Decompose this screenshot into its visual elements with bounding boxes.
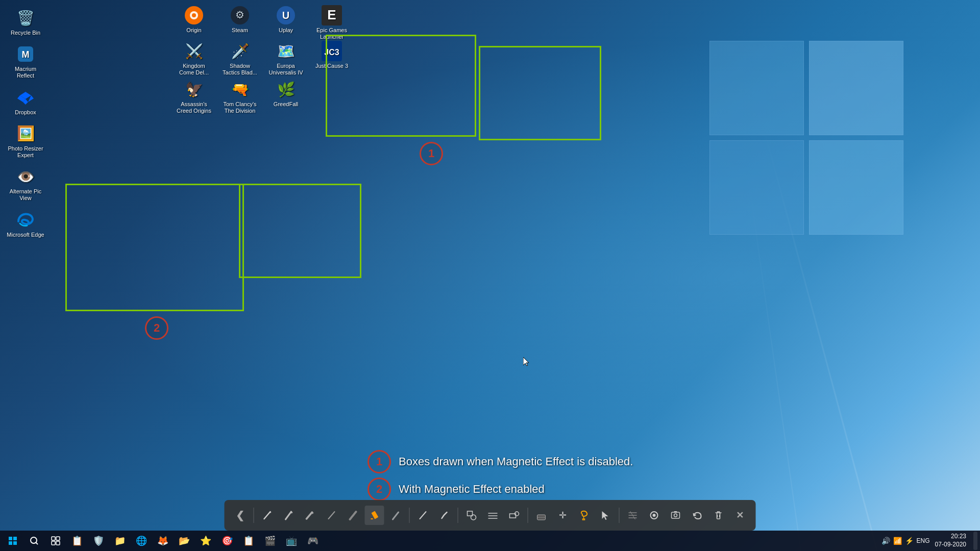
greedfall-icon: 🌿	[276, 79, 296, 99]
icon-kingdom[interactable]: ⚔️ Kingdom Come Del...	[174, 38, 214, 79]
svg-rect-59	[56, 537, 60, 540]
taskbar-firefox[interactable]: 🦊	[153, 532, 173, 550]
tool-pen4[interactable]	[322, 506, 341, 525]
annotation-circle-2: 2	[145, 316, 168, 340]
svg-line-24	[329, 512, 335, 519]
taskbar-movie[interactable]: 🎬	[260, 532, 280, 550]
tool-pen3[interactable]	[301, 506, 320, 525]
icon-uplay[interactable]: U Uplay	[265, 3, 306, 43]
svg-line-29	[420, 512, 426, 519]
taskbar-tv[interactable]: 📺	[281, 532, 302, 550]
legend-2-number: 2	[376, 483, 382, 496]
icon-steam[interactable]: ⚙ Steam	[219, 3, 260, 43]
svg-marker-40	[602, 511, 608, 520]
tool-select[interactable]	[596, 506, 616, 525]
icon-just-cause[interactable]: JC3 Just Cause 3	[311, 38, 352, 79]
taskbar-star[interactable]: ⭐	[195, 532, 216, 550]
legend-item-2: 2 With Magnetic Effect enabled	[368, 478, 699, 501]
tool-screenshot[interactable]	[666, 506, 685, 525]
svg-rect-26	[371, 511, 378, 519]
icon-assassins[interactable]: 🦅 Assassin's Creed Origins	[174, 77, 214, 117]
svg-rect-61	[56, 541, 60, 545]
icon-alternate-pic[interactable]: 👁️ Alternate Pic View	[5, 164, 46, 204]
show-desktop[interactable]	[973, 532, 977, 550]
macrium-icon: M	[15, 44, 36, 64]
taskbar-game[interactable]: 🎮	[303, 532, 323, 550]
taskbar: 📋 🛡️ 📁 🌐 🦊 📂 ⭐ 🎯 📋 🎬 📺 🎮 🔊 📶 ⚡ ENG 20:23…	[0, 531, 980, 551]
origin-icon	[184, 5, 204, 26]
tool-lasso[interactable]	[575, 506, 594, 525]
tool-close[interactable]: ✕	[730, 506, 750, 525]
recycle-bin-icon: 🗑️	[15, 8, 36, 28]
tool-pen2[interactable]	[279, 506, 299, 525]
svg-text:M: M	[22, 49, 30, 60]
tray-lang[interactable]: ENG	[917, 537, 930, 544]
svg-rect-58	[52, 537, 55, 540]
tool-pen7[interactable]	[435, 506, 454, 525]
tool-move[interactable]: ✛	[553, 506, 573, 525]
tray-icon-2[interactable]: 📶	[893, 537, 902, 545]
tool-hatch[interactable]	[623, 506, 643, 525]
tool-undo[interactable]	[688, 506, 707, 525]
clock-time: 20:23	[951, 533, 966, 541]
tool-eraser[interactable]	[532, 506, 551, 525]
icon-recycle-bin[interactable]: 🗑️ Recycle Bin	[5, 5, 46, 39]
tool-highlighter[interactable]	[365, 506, 384, 525]
top-launcher-icons: Origin ⚙ Steam U Uplay	[174, 3, 352, 43]
tray-icon-3[interactable]: ⚡	[905, 537, 914, 545]
edge-label: Microsoft Edge	[7, 232, 44, 238]
icon-edge[interactable]: Microsoft Edge	[5, 207, 46, 241]
tray-icon-1[interactable]: 🔊	[881, 537, 890, 545]
dropbox-label: Dropbox	[15, 109, 36, 116]
icon-tom-clancy[interactable]: 🔫 Tom Clancy's The Division	[219, 77, 260, 117]
mid-launcher-icons: ⚔️ Kingdom Come Del... 🗡️ Shadow Tactics…	[174, 38, 352, 79]
taskbar-search[interactable]	[24, 532, 44, 550]
tool-prev[interactable]: ❮	[231, 506, 250, 525]
svg-rect-52	[9, 537, 12, 540]
icon-macrium[interactable]: M Macrium Reflect	[5, 41, 46, 82]
tool-line-tools[interactable]	[483, 506, 503, 525]
uplay-label: Uplay	[279, 27, 293, 34]
svg-rect-60	[52, 541, 55, 545]
annotation-box-1b	[479, 46, 601, 140]
svg-line-28	[393, 512, 399, 519]
epic-icon: E	[322, 5, 342, 26]
greedfall-label: GreedFall	[274, 101, 298, 108]
icon-photo-resizer[interactable]: 🖼️ Photo Resizer Expert	[5, 121, 46, 161]
icon-epic[interactable]: E Epic Games Launcher	[311, 3, 352, 43]
svg-rect-49	[674, 511, 677, 513]
tool-shapes[interactable]	[462, 506, 481, 525]
tool-delete[interactable]	[709, 506, 728, 525]
icon-europa[interactable]: 🗺️ Europa Universalis IV	[265, 38, 306, 79]
icon-dropbox[interactable]: Dropbox	[5, 85, 46, 118]
taskbar-explorer[interactable]: 📁	[110, 532, 130, 550]
taskbar-browser[interactable]: 🌐	[131, 532, 152, 550]
svg-line-25	[350, 512, 356, 519]
alternate-pic-label: Alternate Pic View	[7, 188, 44, 202]
taskbar-task-view[interactable]	[45, 532, 66, 550]
taskbar-target[interactable]: 🎯	[217, 532, 237, 550]
icon-shadow[interactable]: 🗡️ Shadow Tactics Blad...	[219, 38, 260, 79]
tool-pen5[interactable]	[344, 506, 363, 525]
clock-date: 07-09-2020	[935, 541, 966, 549]
taskbar-notes[interactable]: 📋	[67, 532, 87, 550]
taskbar-clipboard[interactable]: 📋	[238, 532, 259, 550]
tool-extra-shapes[interactable]	[505, 506, 524, 525]
icon-greedfall[interactable]: 🌿 GreedFall	[265, 77, 306, 117]
tool-spotlight[interactable]	[645, 506, 664, 525]
assassins-label: Assassin's Creed Origins	[175, 101, 213, 114]
edge-icon	[15, 210, 36, 230]
svg-rect-53	[13, 537, 17, 540]
taskbar-folder[interactable]: 📂	[174, 532, 194, 550]
taskbar-shield[interactable]: 🛡️	[88, 532, 109, 550]
tool-chalk[interactable]	[386, 506, 406, 525]
start-button[interactable]	[3, 532, 23, 550]
tool-pen6[interactable]	[413, 506, 433, 525]
svg-point-31	[471, 515, 476, 520]
steam-label: Steam	[232, 27, 248, 34]
svg-line-20	[286, 512, 291, 519]
taskbar-clock[interactable]: 20:23 07-09-2020	[935, 533, 966, 548]
tool-pen1[interactable]	[258, 506, 277, 525]
toolbar-separator-4	[528, 508, 528, 523]
icon-origin[interactable]: Origin	[174, 3, 214, 43]
